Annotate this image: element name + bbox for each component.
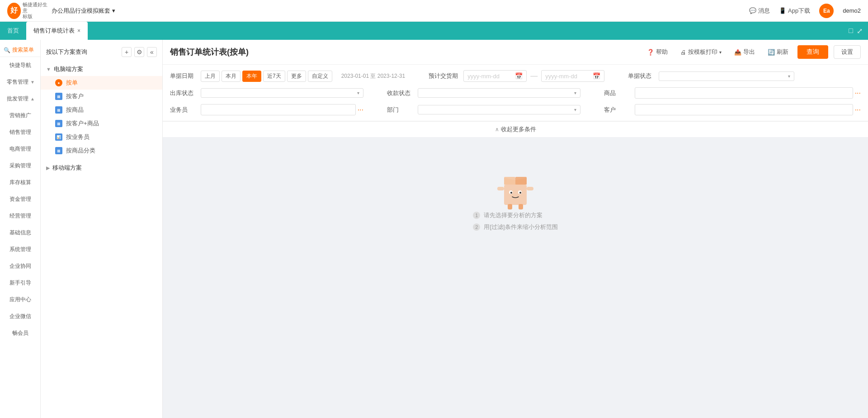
restore-icon[interactable]: □ <box>849 27 853 35</box>
refresh-btn[interactable]: 🔄 刷新 <box>764 46 792 58</box>
svg-rect-9 <box>508 204 512 209</box>
empty-tips: 1 请先选择要分析的方案 2 用[过滤]条件来缩小分析范围 <box>473 209 557 233</box>
expand-icon[interactable]: ⤢ <box>857 27 863 35</box>
tabbar: 首页 销售订单统计表 × □ ⤢ <box>0 22 868 40</box>
help-btn[interactable]: ❓ 帮助 <box>643 46 671 58</box>
empty-illustration <box>488 164 542 209</box>
settings-button[interactable]: 设置 <box>834 45 861 59</box>
scheme-item-by-salesperson[interactable]: 📊 按业务员 <box>41 130 162 144</box>
svg-rect-10 <box>519 204 523 209</box>
date-range: 2023-01-01 至 2023-12-31 <box>341 72 405 80</box>
scheme-item-by-category[interactable]: ▦ 按商品分类 <box>41 144 162 157</box>
customer-input[interactable] <box>635 104 853 115</box>
sidebar-item-inventory[interactable]: 库存核算 <box>0 174 40 191</box>
more-btn[interactable]: 更多 <box>287 71 306 82</box>
product-input[interactable] <box>635 87 853 99</box>
sidebar-item-sales[interactable]: 销售管理 <box>0 124 40 141</box>
sidebar-item-enterprise[interactable]: 企业协同 <box>0 258 40 275</box>
scheme-item-by-customer-product[interactable]: ▦ 按客户+商品 <box>41 117 162 130</box>
salesperson-input[interactable] <box>201 104 356 115</box>
date-label: 单据日期 <box>170 72 195 80</box>
scheme-item-icon-category: ▦ <box>55 147 62 154</box>
scheme-item-by-customer[interactable]: ▦ 按客户 <box>41 90 162 103</box>
this-year-btn[interactable]: 本年 <box>242 71 261 82</box>
scheme-item-icon-salesperson: 📊 <box>55 133 62 141</box>
expected-date-end[interactable]: yyyy-mm-dd 📅 <box>541 70 604 82</box>
sidebar-quick-nav[interactable]: 快捷导航 <box>0 57 40 74</box>
logo-icon: 好 <box>7 3 21 19</box>
sidebar-item-finance[interactable]: 资金管理 <box>0 191 40 208</box>
department-select[interactable]: ▾ <box>418 105 580 114</box>
last-7-days-btn[interactable]: 近7天 <box>263 71 285 82</box>
sidebar-item-system[interactable]: 系统管理 <box>0 241 40 258</box>
export-btn[interactable]: 📤 导出 <box>731 46 759 58</box>
svg-rect-1 <box>504 177 515 185</box>
scheme-item-icon-product: ▦ <box>55 106 62 114</box>
customer-dots[interactable]: ··· <box>855 106 861 114</box>
product-dots[interactable]: ··· <box>855 89 861 97</box>
page-title: 销售订单统计表(按单) <box>170 47 249 57</box>
order-status-select[interactable]: ▾ <box>659 71 794 81</box>
search-icon: 🔍 <box>4 47 10 53</box>
calendar-icon: 📅 <box>515 72 523 80</box>
order-status-label: 单据状态 <box>628 72 653 80</box>
sidebar-search[interactable]: 🔍 搜索菜单 <box>0 43 40 57</box>
sidebar-item-ecommerce[interactable]: 电商管理 <box>0 141 40 157</box>
user-avatar[interactable]: Ea <box>819 4 834 18</box>
scheme-item-icon-order: ● <box>55 79 62 86</box>
message-btn[interactable]: 💬 消息 <box>749 7 770 15</box>
scheme-actions: + ⚙ « <box>122 47 157 57</box>
sidebar-item-basic[interactable]: 基础信息 <box>0 224 40 241</box>
scheme-settings-btn[interactable]: ⚙ <box>134 47 144 57</box>
sidebar-item-retail[interactable]: 零售管理 ▼ <box>0 74 40 90</box>
sidebar-item-newbie[interactable]: 新手引导 <box>0 275 40 291</box>
scheme-add-btn[interactable]: + <box>122 47 132 57</box>
ship-status-select[interactable]: ▾ <box>201 88 363 98</box>
scheme-item-by-product[interactable]: ▦ 按商品 <box>41 103 162 117</box>
sidebar-item-wechat[interactable]: 企业微信 <box>0 308 40 325</box>
svg-rect-2 <box>515 177 527 185</box>
sidebar-item-member[interactable]: 畅会员 <box>0 325 40 342</box>
scheme-group-pc: ▼ 电脑端方案 ● 按单 ▦ 按客户 ▦ 按商品 <box>41 61 162 159</box>
sidebar-item-purchase[interactable]: 采购管理 <box>0 157 40 174</box>
collection-status-select[interactable]: ▾ <box>418 88 580 98</box>
custom-btn[interactable]: 自定义 <box>308 71 332 82</box>
ship-select-arrow: ▾ <box>357 90 359 95</box>
collection-status-label: 收款状态 <box>387 89 412 97</box>
tip-num-1: 1 <box>473 212 480 219</box>
tab-close-icon[interactable]: × <box>77 28 80 34</box>
search-button[interactable]: 查询 <box>797 45 828 59</box>
prev-month-btn[interactable]: 上月 <box>201 71 220 82</box>
expected-date-start[interactable]: yyyy-mm-dd 📅 <box>463 70 527 82</box>
salesperson-dots[interactable]: ··· <box>358 106 363 114</box>
user-name[interactable]: demo2 <box>843 7 861 14</box>
expected-date-group: yyyy-mm-dd 📅 — yyyy-mm-dd 📅 <box>463 70 604 82</box>
dept-select-arrow: ▾ <box>574 107 576 112</box>
collection-select-arrow: ▾ <box>574 90 576 95</box>
svg-rect-8 <box>527 187 533 190</box>
collapse-icon: ∧ <box>495 126 499 133</box>
app-dropdown[interactable]: 办公用品行业模拟账套 ▾ <box>52 7 117 15</box>
print-btn[interactable]: 🖨 按模板打印 ▾ <box>677 46 725 58</box>
scheme-header: 按以下方案查询 + ⚙ « <box>41 43 162 61</box>
this-month-btn[interactable]: 本月 <box>222 71 241 82</box>
customer-field: ··· <box>635 104 861 115</box>
calendar-icon-end: 📅 <box>593 72 600 80</box>
scheme-item-icon-customer-product: ▦ <box>55 120 62 127</box>
sidebar-item-appstore[interactable]: 应用中心 <box>0 291 40 308</box>
sidebar-item-marketing[interactable]: 营销推广 <box>0 107 40 124</box>
tip-item-1: 1 请先选择要分析的方案 <box>473 209 557 221</box>
app-download-btn[interactable]: 📱 App下载 <box>779 7 810 15</box>
collapse-btn[interactable]: ∧ 收起更多条件 <box>163 121 868 137</box>
sidebar-item-wholesale[interactable]: 批发管理 ▲ <box>0 90 40 107</box>
scheme-collapse-btn[interactable]: « <box>147 47 157 57</box>
main-content: 销售订单统计表(按单) ❓ 帮助 🖨 按模板打印 ▾ 📤 导出 🔄 刷新 <box>163 40 868 418</box>
scheme-item-by-order[interactable]: ● 按单 <box>41 76 162 90</box>
app-download-icon: 📱 <box>779 7 786 14</box>
filter-row-3: 业务员 ··· 部门 ▾ 客户 ··· <box>170 104 861 115</box>
scheme-group-pc-header[interactable]: ▼ 电脑端方案 <box>41 62 162 76</box>
sidebar-item-operation[interactable]: 经营管理 <box>0 208 40 224</box>
tab-home[interactable]: 首页 <box>0 22 26 40</box>
scheme-group-mobile-header[interactable]: ▶ 移动端方案 <box>41 161 162 175</box>
tab-sales-order[interactable]: 销售订单统计表 × <box>26 22 88 40</box>
